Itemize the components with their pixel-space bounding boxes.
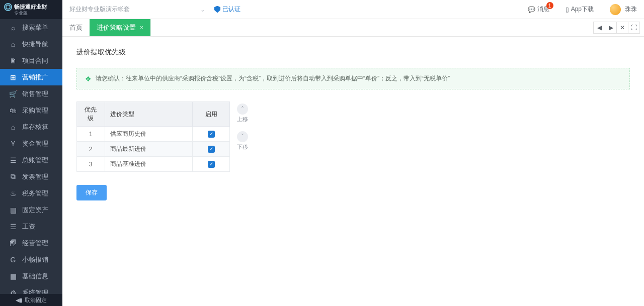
sidebar-item-7[interactable]: ¥资金管理 [0, 135, 62, 152]
menu-icon: G [9, 256, 17, 264]
sidebar-item-label: 经营管理 [22, 239, 48, 248]
account-selector[interactable]: 好业财专业版演示帐套 ⌄ [69, 5, 205, 14]
col-enable: 启用 [193, 102, 230, 127]
table-row[interactable]: 2商品最新进价✓ [77, 142, 230, 157]
priority-table: 优先级 进价类型 启用 1供应商历史价✓2商品最新进价✓3商品基准进价✓ [76, 101, 230, 172]
user-menu[interactable]: 珠珠 [610, 4, 637, 15]
move-up-button[interactable]: ˄ 上移 [237, 104, 248, 123]
messages-button[interactable]: 💬 消息 1 [528, 5, 549, 14]
sidebar-item-label: 资金管理 [22, 139, 48, 148]
sidebar-item-5[interactable]: 🛍采购管理 [0, 102, 62, 119]
sidebar-item-6[interactable]: ⌂库存核算 [0, 119, 62, 135]
content: 进价提取优先级 ❖ 请您确认：往来单位中的供应商“采购报价含税”设置，为“含税”… [62, 37, 644, 306]
sidebar-item-1[interactable]: ⌂快捷导航 [0, 36, 62, 52]
verified-badge[interactable]: 已认证 [214, 5, 240, 14]
cell-enable: ✓ [193, 127, 230, 142]
menu-icon: 🗐 [9, 239, 17, 247]
cell-enable: ✓ [193, 142, 230, 157]
menu-icon: ▤ [9, 206, 17, 214]
sidebar-item-8[interactable]: ☰总账管理 [0, 152, 62, 168]
sidebar-item-14[interactable]: G小畅报销 [0, 251, 62, 268]
close-icon[interactable]: × [140, 24, 143, 31]
sidebar-item-2[interactable]: 🗎项目合同 [0, 52, 62, 69]
topbar: 好业财专业版演示帐套 ⌄ 已认证 💬 消息 1 ▯ App下载 珠珠 [62, 0, 644, 19]
cell-priority: 1 [77, 127, 105, 142]
sidebar-item-12[interactable]: ☰工资 [0, 218, 62, 235]
logo: 畅捷通好业财 专业版 [0, 0, 62, 19]
sidebar-item-label: 项目合同 [22, 56, 48, 65]
sidebar-item-label: 搜索菜单 [22, 23, 48, 32]
message-icon: 💬 [528, 6, 535, 13]
sidebar: 畅捷通好业财 专业版 ⌕搜索菜单⌂快捷导航🗎项目合同⊞营销推广🛒销售管理🛍采购管… [0, 0, 62, 306]
move-down-button[interactable]: ˅ 下移 [237, 131, 248, 151]
menu-icon: ⌂ [9, 123, 17, 131]
sidebar-item-label: 税务管理 [22, 189, 48, 198]
menu-icon: 🗎 [9, 57, 17, 65]
menu-icon: ▦ [9, 272, 17, 280]
tab-active[interactable]: 进价策略设置 × [90, 19, 151, 36]
move-down-label: 下移 [237, 143, 248, 151]
menu-icon: ☰ [9, 223, 17, 231]
sidebar-item-0[interactable]: ⌕搜索菜单 [0, 19, 62, 36]
cell-priority: 3 [77, 157, 105, 172]
menu-icon: 🛒 [9, 90, 17, 98]
sidebar-item-label: 固定资产 [22, 206, 48, 215]
checkbox-checked-icon[interactable]: ✓ [208, 161, 215, 168]
app-download-label: App下载 [571, 5, 594, 14]
col-priority: 优先级 [77, 102, 105, 127]
checkbox-checked-icon[interactable]: ✓ [208, 146, 215, 153]
menu-icon: ♨ [9, 189, 17, 197]
sidebar-item-3[interactable]: ⊞营销推广 [0, 69, 62, 85]
sidebar-item-label: 系统管理 [22, 288, 48, 294]
cell-type: 商品最新进价 [105, 142, 192, 157]
col-type: 进价类型 [105, 102, 192, 127]
user-name: 珠珠 [625, 5, 637, 14]
chevron-down-icon: ˅ [237, 131, 248, 142]
tab-prev-button[interactable]: ◀ [593, 22, 605, 34]
save-button[interactable]: 保存 [76, 185, 107, 200]
sidebar-item-10[interactable]: ♨税务管理 [0, 185, 62, 201]
tab-next-button[interactable]: ▶ [605, 22, 617, 34]
sidebar-item-11[interactable]: ▤固定资产 [0, 201, 62, 218]
reorder-controls: ˄ 上移 ˅ 下移 [237, 101, 248, 151]
table-row[interactable]: 1供应商历史价✓ [77, 127, 230, 142]
sidebar-item-9[interactable]: ⧉发票管理 [0, 168, 62, 185]
logo-icon [4, 3, 12, 11]
alert-text: 请您确认：往来单位中的供应商“采购报价含税”设置，为“含税”，取到进价后将自动带… [96, 74, 450, 83]
sidebar-item-13[interactable]: 🗐经营管理 [0, 235, 62, 251]
cell-type: 商品基准进价 [105, 157, 192, 172]
tab-home[interactable]: 首页 [62, 19, 90, 36]
pin-icon: ◀▮ [16, 297, 23, 303]
pin-toggle[interactable]: ◀▮ 取消固定 [0, 294, 62, 306]
page-title: 进价提取优先级 [76, 48, 630, 57]
info-alert: ❖ 请您确认：往来单位中的供应商“采购报价含税”设置，为“含税”，取到进价后将自… [76, 68, 630, 89]
checkbox-checked-icon[interactable]: ✓ [208, 131, 215, 138]
table-row[interactable]: 3商品基准进价✓ [77, 157, 230, 172]
sidebar-item-16[interactable]: ⚙系统管理 [0, 284, 62, 294]
cell-priority: 2 [77, 142, 105, 157]
info-icon: ❖ [85, 75, 92, 83]
sidebar-item-label: 发票管理 [22, 172, 48, 181]
tab-active-label: 进价策略设置 [97, 23, 136, 32]
sidebar-item-4[interactable]: 🛒销售管理 [0, 85, 62, 102]
app-download-button[interactable]: ▯ App下载 [566, 5, 594, 14]
menu-icon: 🛍 [9, 107, 17, 115]
menu-icon: ⌂ [9, 40, 17, 48]
shield-icon [214, 6, 220, 13]
sidebar-item-label: 小畅报销 [22, 255, 48, 264]
sidebar-item-label: 基础信息 [22, 272, 48, 281]
account-name: 好业财专业版演示帐套 [69, 5, 130, 14]
fullscreen-button[interactable]: ⛶ [628, 22, 640, 34]
menu-icon: ¥ [9, 140, 17, 148]
tabs-row: 首页 进价策略设置 × ◀ ▶ ✕ ⛶ [62, 19, 644, 37]
tab-close-all-button[interactable]: ✕ [616, 22, 628, 34]
sidebar-item-15[interactable]: ▦基础信息 [0, 268, 62, 284]
menu-icon: ⌕ [9, 24, 17, 32]
chevron-down-icon: ⌄ [200, 6, 205, 13]
main: 好业财专业版演示帐套 ⌄ 已认证 💬 消息 1 ▯ App下载 珠珠 [62, 0, 644, 306]
phone-icon: ▯ [566, 6, 569, 13]
sidebar-item-label: 库存核算 [22, 123, 48, 132]
move-up-label: 上移 [237, 116, 248, 123]
tab-home-label: 首页 [69, 23, 83, 32]
pin-label: 取消固定 [25, 296, 47, 304]
